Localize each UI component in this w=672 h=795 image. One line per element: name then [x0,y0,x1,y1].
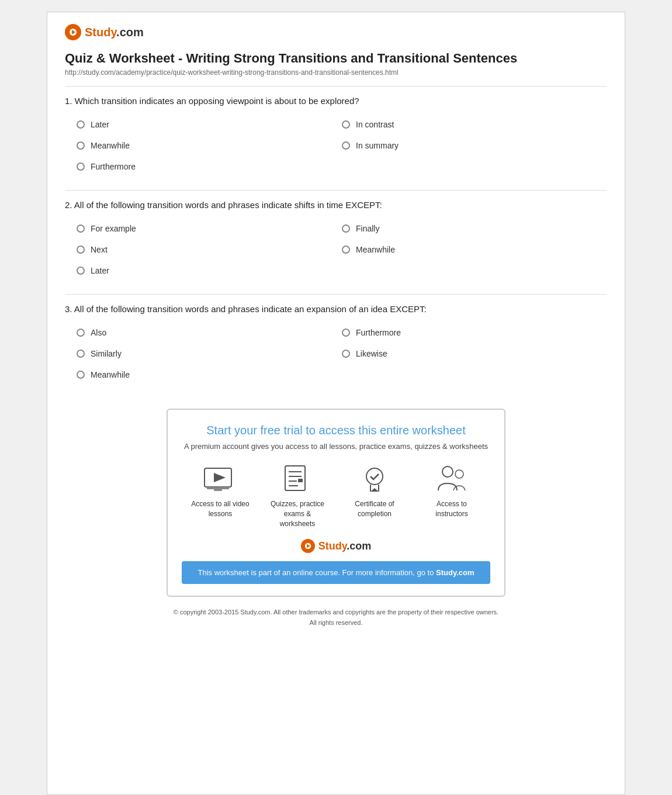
quiz-icon [280,462,315,495]
option-for-example[interactable]: For example [77,218,342,239]
radio-furthermore-2[interactable] [342,329,350,337]
svg-point-17 [455,470,463,478]
option-furthermore-1[interactable]: Furthermore [77,156,607,177]
footer-rights: All rights reserved. [65,618,607,628]
radio-also[interactable] [77,329,85,337]
option-later-1[interactable]: Later [77,114,342,135]
radio-later-1[interactable] [77,120,85,129]
feature-certificate-label: Certificate of completion [342,499,407,519]
question-2-options: For example Finally Next Meanwhile Later [77,218,607,281]
promo-banner: This worksheet is part of an online cour… [182,561,490,584]
question-2-text: 2. All of the following transition words… [65,200,607,210]
footer: © copyright 2003-2015 Study.com. All oth… [65,607,607,628]
radio-in-summary[interactable] [342,141,350,150]
promo-subtitle: A premium account gives you access to al… [182,442,490,451]
option-meanwhile-3[interactable]: Meanwhile [77,364,607,385]
title-divider [65,86,607,87]
option-in-contrast[interactable]: In contrast [342,114,607,135]
radio-meanwhile-1[interactable] [77,141,85,150]
option-finally[interactable]: Finally [342,218,607,239]
feature-video: Access to all video lessons [188,462,252,528]
page-title: Quiz & Worksheet - Writing Strong Transi… [65,51,607,66]
radio-meanwhile-3[interactable] [77,371,85,379]
certificate-icon [357,462,392,495]
page-container: Study.com Quiz & Worksheet - Writing Str… [47,12,625,795]
option-label: Similarly [91,349,122,358]
option-label: Furthermore [356,328,401,337]
feature-instructors-label: Access to instructors [420,499,484,519]
option-label: Later [91,266,109,275]
option-label: Also [91,328,106,337]
option-label: Likewise [356,349,387,358]
svg-point-16 [442,466,453,477]
option-label: In contrast [356,120,394,129]
promo-logo-text: Study.com [318,540,372,552]
feature-certificate: Certificate of completion [342,462,407,528]
option-likewise[interactable]: Likewise [342,343,607,364]
page-url: http://study.com/academy/practice/quiz-w… [65,68,607,77]
q1-divider [65,190,607,191]
svg-rect-4 [214,489,222,491]
promo-box: Start your free trial to access this ent… [167,409,505,597]
feature-instructors: Access to instructors [420,462,484,528]
radio-in-contrast[interactable] [342,120,350,129]
q2-divider [65,294,607,295]
video-icon [203,462,238,495]
question-1-text: 1. Which transition indicates an opposin… [65,96,607,106]
promo-title: Start your free trial to access this ent… [182,424,490,437]
radio-for-example[interactable] [77,224,85,233]
radio-next[interactable] [77,246,85,254]
radio-similarly[interactable] [77,350,85,358]
option-meanwhile-2[interactable]: Meanwhile [342,239,607,260]
promo-logo: Study.com [182,539,490,553]
option-also[interactable]: Also [77,322,342,343]
question-1: 1. Which transition indicates an opposin… [65,96,607,183]
option-label: Meanwhile [91,141,130,150]
feature-video-label: Access to all video lessons [188,499,252,519]
option-label: Meanwhile [356,245,395,254]
logo-bar: Study.com [65,24,607,40]
option-label: Furthermore [91,162,136,171]
question-3-text: 3. All of the following transition words… [65,304,607,314]
question-1-options: Later In contrast Meanwhile In summary F… [77,114,607,177]
promo-logo-icon [301,539,315,553]
radio-meanwhile-2[interactable] [342,246,350,254]
radio-finally[interactable] [342,224,350,233]
option-label: For example [91,224,136,233]
instructor-icon [434,462,469,495]
option-label: In summary [356,141,399,150]
svg-point-12 [366,468,383,485]
option-label: Finally [356,224,379,233]
svg-rect-6 [285,466,305,490]
feature-quizzes: Quizzes, practice exams & worksheets [265,462,330,528]
option-label: Next [91,245,108,254]
question-2: 2. All of the following transition words… [65,200,607,287]
logo-text: Study.com [85,26,144,39]
svg-rect-10 [298,479,303,482]
feature-quizzes-label: Quizzes, practice exams & worksheets [265,499,330,528]
svg-marker-5 [214,473,226,482]
option-meanwhile-1[interactable]: Meanwhile [77,135,342,156]
option-label: Later [91,120,109,129]
radio-later-2[interactable] [77,267,85,275]
option-label: Meanwhile [91,370,130,379]
option-furthermore-2[interactable]: Furthermore [342,322,607,343]
radio-furthermore-1[interactable] [77,163,85,171]
promo-features: Access to all video lessons Quizzes, pra… [182,462,490,528]
option-in-summary[interactable]: In summary [342,135,607,156]
question-3: 3. All of the following transition words… [65,304,607,391]
option-next[interactable]: Next [77,239,342,260]
footer-copy: © copyright 2003-2015 Study.com. All oth… [65,607,607,618]
svg-rect-3 [207,487,229,489]
svg-marker-15 [370,488,379,492]
question-3-options: Also Furthermore Similarly Likewise Mean… [77,322,607,385]
option-similarly[interactable]: Similarly [77,343,342,364]
promo-banner-link: Study.com [436,568,474,577]
logo-icon [65,24,81,40]
option-later-2[interactable]: Later [77,260,607,281]
radio-likewise[interactable] [342,350,350,358]
